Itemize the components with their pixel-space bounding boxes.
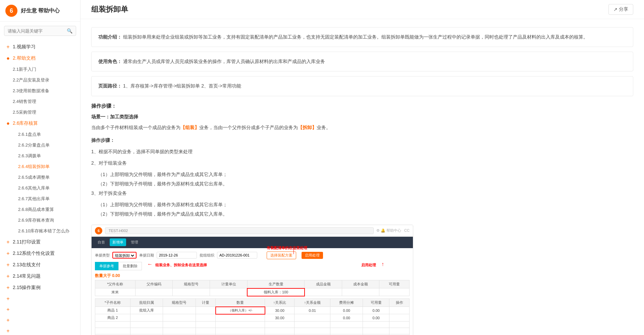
step2-sub2: （2）下部明细为子件明细，最终作为原材料生成其它出库单。: [91, 179, 633, 188]
sc-addr-bar: TEST-H002: [105, 227, 374, 234]
sc-nav-manage[interactable]: 管理: [128, 238, 141, 246]
path-label: 页面路径：: [98, 83, 122, 89]
expand-icon-2.11: +: [5, 285, 11, 290]
sc-th-parent-code: 父件编码: [135, 280, 172, 288]
sc-nav-home: 自首: [95, 238, 108, 246]
sc-td-child1: 商品 1: [95, 307, 130, 314]
sc-th-spec: 规格型号: [173, 280, 210, 288]
sidebar-item-2.6.1[interactable]: 2.6.1盘点单: [0, 129, 80, 140]
sidebar-item-data-prep[interactable]: 2.3使用前数据准备: [0, 86, 80, 96]
sc-topbar-icons: ⚙ 🔔 帮助中心 CC: [376, 228, 410, 233]
table-row: 米米 领料入库：100: [95, 288, 410, 296]
sc-content-area: 单据类型 组装拆卸 单据日期 批组组织 有装配清单的在这里处理: [92, 248, 413, 335]
expand-icon-2.10: +: [5, 274, 11, 279]
expand-icon-2.9: +: [5, 262, 11, 268]
search-box[interactable]: 🔍: [4, 26, 76, 36]
sidebar-item-2.6.3[interactable]: 2.6.3调拨单: [0, 151, 80, 161]
sc-tab-ref[interactable]: 单据参考: [95, 262, 118, 270]
annotation-usable: 启用处理: [361, 263, 376, 268]
sc-td-unit: [210, 288, 247, 296]
sc-td-product-amt: [305, 288, 342, 296]
sidebar-item-inventory[interactable]: ● 2.6库存核算: [0, 118, 80, 129]
arrow-line-processing: [293, 249, 294, 254]
sc-app-logo: 6: [95, 227, 102, 234]
feature-intro-text: 组装拆卸单用来处理企业组装或拆卸等加工业务，支持有固定装配清单的产品加工业务，也…: [123, 34, 588, 40]
sidebar-item-label: 2.15操作案例: [13, 285, 41, 291]
sidebar-item-purchase[interactable]: 2.5采购管理: [0, 107, 80, 118]
sidebar-item-label: 2.帮助文档: [13, 55, 36, 61]
sidebar-item-label: 2.13在线支付: [13, 262, 41, 268]
sidebar-item-2.6.6[interactable]: 2.6.6其他入库单: [0, 183, 80, 193]
search-input[interactable]: [8, 29, 67, 34]
sc-processing-area: 有装配清单的在这里处理 选择装配方案: [267, 252, 296, 259]
sidebar-item-2.6.5[interactable]: 2.6.5成本调整单: [0, 172, 80, 183]
sc-th-fee: 费用分摊: [330, 298, 363, 307]
annotation-processing: 有装配清单的在这里处理: [267, 245, 307, 250]
sidebar-item-sales[interactable]: 2.4销售管理: [0, 96, 80, 107]
step2: 2、对于组装业务: [91, 158, 633, 168]
sidebar-item-2.6.7[interactable]: 2.6.7其他出库单: [0, 193, 80, 204]
sidebar-item-2.14[interactable]: +: [0, 315, 80, 326]
sc-th-unit2: 计量: [196, 298, 216, 307]
expand-icon-2: ●: [5, 56, 11, 61]
expand-icon-2.12: +: [5, 296, 11, 301]
sidebar-item-2.12[interactable]: +: [0, 293, 80, 304]
sidebar-item-2.15[interactable]: +: [0, 326, 80, 335]
sc-find-btn[interactable]: 选择装配方案: [267, 252, 296, 259]
sc-nav-new[interactable]: 新增单: [110, 238, 126, 246]
top-bar: 组装拆卸单 ↗ 分享: [80, 0, 644, 19]
sidebar-item-2.7[interactable]: + 2.11打印设置: [0, 236, 80, 248]
sidebar-item-video[interactable]: + 1.视频学习: [0, 41, 80, 53]
sidebar-item-2.6.4[interactable]: 2.6.4组装拆卸单: [0, 161, 80, 172]
sidebar-item-2.6.10[interactable]: 2.6.10库存账本错了怎么办: [0, 226, 80, 236]
sc-th-batch: 批组归属: [130, 298, 163, 307]
sidebar-item-newbie[interactable]: 2.1新手入门: [0, 64, 80, 75]
sidebar-item-2.6.8[interactable]: 2.6.8商品成本重算: [0, 204, 80, 215]
sidebar-item-2.6.2[interactable]: 2.6.2分量盘点单: [0, 140, 80, 151]
sc-tab-delete[interactable]: 批量删除: [118, 262, 142, 270]
search-icon[interactable]: 🔍: [67, 28, 72, 34]
sidebar-item-2.9[interactable]: + 2.13在线支付: [0, 259, 80, 271]
sc-date-label: 单据日期: [139, 253, 154, 258]
sidebar-item-install[interactable]: 2.2产品安装及登录: [0, 75, 80, 86]
sc-th-qty: 生产数量: [247, 280, 305, 288]
sidebar-item-label: 2.12系统个性化设置: [13, 250, 55, 257]
sc-th-ops: 操作: [389, 298, 410, 307]
table-row: 商品 2 30.00 0.00 0.00: [95, 314, 410, 322]
table-row: [95, 328, 410, 334]
path-block: 页面路径： 1、库存核算->库存管理->组装拆卸单 2、首页->常用功能: [91, 76, 633, 96]
sc-apply-btn[interactable]: 启用处理: [302, 252, 323, 259]
step1: 1、根据不同的业务，选择不同单据的类型来处理: [91, 147, 633, 156]
sc-th-ratio: ↑关系比: [265, 298, 294, 307]
table-row: 商品 1 批组入库 （领料入库）+/- 30.00 0.01 0.00 0.00: [95, 307, 410, 314]
sc-th-available: 可用量: [379, 280, 410, 288]
arrow-up-usable: ↑: [381, 261, 384, 267]
sc-type-select[interactable]: 组装拆卸: [114, 253, 135, 258]
sc-type-label: 单据类型: [95, 253, 110, 258]
sc-upper-label: 数量大于 0.00: [95, 273, 410, 279]
sidebar-item-2.10[interactable]: + 2.14常见问题: [0, 271, 80, 282]
sc-th-product-amt: 成品金额: [305, 280, 342, 288]
screenshot-inner: 6 TEST-H002 ⚙ 🔔 帮助中心 CC 自首 新增单 管理: [92, 225, 413, 335]
sidebar-item-2.6.9[interactable]: 2.6.9库存账本查询: [0, 215, 80, 226]
share-button[interactable]: ↗ 分享: [608, 4, 633, 15]
sidebar-item-2.13[interactable]: +: [0, 304, 80, 315]
table-row: [95, 322, 410, 328]
sc-date-input[interactable]: [157, 252, 197, 259]
sc-td-batch1: 批组入库: [130, 307, 163, 314]
sidebar-item-2.8[interactable]: + 2.12系统个性化设置: [0, 248, 80, 259]
app-title: 好生意 帮助中心: [21, 7, 60, 14]
sidebar-header: 6 好生意 帮助中心: [0, 0, 80, 22]
screenshot-container: 6 TEST-H002 ⚙ 🔔 帮助中心 CC 自首 新增单 管理: [91, 225, 413, 335]
role-text: 通常由生产人员或库管人员完成拆装业务的操作，库管人员确认原材料的出库和产成品的入…: [123, 59, 325, 64]
expand-icon-2.15: +: [5, 328, 11, 334]
sc-lower-area: 无固定流行码值请在这里录入 ↑ *子件名称 批组归属 规格型号 计量 数量: [95, 298, 410, 335]
sc-upper-table: *父件名称 父件编码 规格型号 计量单位 生产数量 成品金额 成本金额 可用量: [95, 280, 410, 296]
step3-sub2: （2）下部明细为子件明细，最终作为产成品生成其它入库单。: [91, 209, 633, 219]
step3-sub1: （1）上部明细为父件明细，最终作为原材料生成其它出库单；: [91, 200, 633, 209]
sc-td-qty: 领料入库：100: [247, 288, 305, 296]
app-logo: 6: [5, 5, 17, 17]
sidebar-item-help[interactable]: ● 2.帮助文档: [0, 53, 80, 64]
sidebar-item-2.11[interactable]: + 2.15操作案例: [0, 282, 80, 293]
sc-warehouse-input[interactable]: [217, 252, 257, 259]
